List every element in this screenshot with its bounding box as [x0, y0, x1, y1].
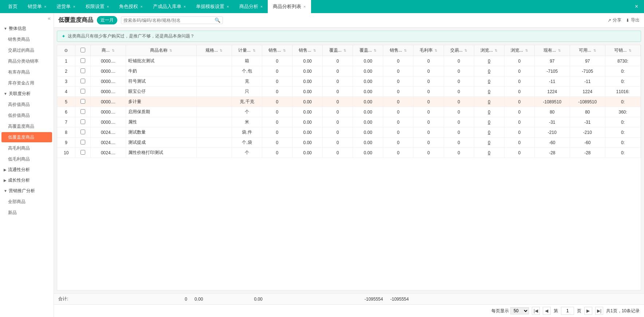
cell-browse1[interactable]: 0	[474, 56, 504, 66]
cell-browse1[interactable]: 0	[474, 107, 504, 117]
cell-check[interactable]	[75, 148, 91, 158]
row-checkbox[interactable]	[80, 99, 85, 104]
th-sellable[interactable]: 可销... ⇅	[605, 45, 640, 56]
cell-name[interactable]: 旺铺批次测试	[126, 56, 196, 66]
tab-home[interactable]: 首页	[3, 0, 23, 13]
first-page-button[interactable]: |◀	[532, 307, 540, 315]
cell-browse1[interactable]: 0	[474, 87, 504, 97]
cell-check[interactable]	[75, 127, 91, 138]
th-browse2[interactable]: 浏览... ⇅	[504, 45, 534, 56]
per-page-select[interactable]: 50 20 100 200	[510, 307, 529, 314]
th-avail[interactable]: 可用... ⇅	[570, 45, 605, 56]
sidebar-item-high-margin[interactable]: 高毛利商品	[0, 143, 54, 154]
th-cover1[interactable]: 覆盖... ⇅	[323, 45, 353, 56]
cell-check[interactable]	[75, 56, 91, 66]
window-close-button[interactable]: ×	[632, 3, 641, 10]
sidebar-item-high-value[interactable]: 高价值商品	[0, 99, 54, 110]
cell-name[interactable]: 多计量	[126, 97, 196, 107]
tab-templates[interactable]: 单据模板设置 ×	[191, 0, 234, 13]
sidebar-group-marketing[interactable]: ▼ 营销推广分析	[0, 186, 54, 196]
sidebar-group-overall[interactable]: ▼ 整体信息	[0, 23, 54, 34]
tab-analysis[interactable]: 商品分析 ×	[234, 0, 268, 13]
prev-page-button[interactable]: ◀	[543, 307, 551, 315]
tab-templates-close[interactable]: ×	[227, 4, 229, 9]
cell-name[interactable]: 测试数量	[126, 127, 196, 138]
cell-name[interactable]: 符号测试	[126, 76, 196, 87]
tab-analysis-list[interactable]: 商品分析列表 ×	[268, 0, 311, 13]
th-trade[interactable]: 交易... ⇅	[444, 45, 474, 56]
cell-browse1[interactable]: 0	[474, 76, 504, 87]
sidebar-group-liquidity[interactable]: ▶ 流通性分析	[0, 165, 54, 175]
th-checkbox[interactable]	[75, 45, 91, 56]
cell-check[interactable]	[75, 87, 91, 97]
tab-sales[interactable]: 销货单 ×	[23, 0, 51, 13]
tab-products[interactable]: 产成品入库单 ×	[148, 0, 191, 13]
sidebar-item-inventory-fund[interactable]: 库存资金占用	[0, 78, 54, 88]
tab-permissions-close[interactable]: ×	[107, 4, 109, 9]
sidebar-item-high-coverage[interactable]: 高覆盖度商品	[0, 121, 54, 132]
row-checkbox[interactable]	[80, 89, 85, 94]
th-settings[interactable]: ⚙	[57, 45, 75, 56]
tab-permissions[interactable]: 权限设置 ×	[80, 0, 114, 13]
settings-icon[interactable]: ⚙	[64, 48, 68, 53]
page-number-input[interactable]	[561, 307, 574, 315]
cell-browse1[interactable]: 0	[474, 66, 504, 76]
th-cover2[interactable]: 覆盖... ⇅	[353, 45, 383, 56]
search-input[interactable]	[123, 18, 215, 23]
tab-analysis-close[interactable]: ×	[260, 4, 263, 9]
tab-roles-close[interactable]: ×	[140, 4, 142, 9]
cell-name[interactable]: 启用保质期	[126, 107, 196, 117]
sidebar-item-category-rate[interactable]: 商品分类动销率	[0, 56, 54, 67]
cell-check[interactable]	[75, 66, 91, 76]
cell-browse1[interactable]: 0	[474, 127, 504, 138]
cell-name[interactable]: 属性	[126, 117, 196, 127]
tab-purchase-close[interactable]: ×	[73, 4, 75, 9]
cell-browse1[interactable]: 0	[474, 138, 504, 148]
row-checkbox[interactable]	[80, 79, 85, 83]
cell-check[interactable]	[75, 107, 91, 117]
row-checkbox[interactable]	[80, 58, 85, 63]
cell-check[interactable]	[75, 97, 91, 107]
tab-purchase[interactable]: 进货单 ×	[51, 0, 80, 13]
th-name[interactable]: 商品名称 ⇅	[126, 45, 196, 56]
th-sale3[interactable]: 销售... ⇅	[383, 45, 413, 56]
sidebar-item-stock-goods[interactable]: 有库存商品	[0, 67, 54, 78]
sidebar-item-all-goods[interactable]: 全部商品	[0, 196, 54, 207]
tab-roles[interactable]: 角色授权 ×	[114, 0, 148, 13]
row-checkbox[interactable]	[80, 109, 85, 114]
cell-name[interactable]: 眼宝公仔	[126, 87, 196, 97]
cell-browse1[interactable]: 0	[474, 148, 504, 158]
cell-check[interactable]	[75, 117, 91, 127]
row-checkbox[interactable]	[80, 150, 85, 155]
filter-period-button[interactable]: 近一月	[97, 16, 117, 24]
sidebar-item-sales-goods[interactable]: 销售类商品	[0, 34, 54, 45]
row-checkbox[interactable]	[80, 68, 85, 73]
select-all-checkbox[interactable]	[80, 48, 85, 52]
cell-browse1[interactable]: 0	[474, 97, 504, 107]
th-current[interactable]: 现有... ⇅	[534, 45, 570, 56]
sidebar-collapse-button[interactable]: «	[0, 13, 54, 23]
th-sale2[interactable]: 销售... ⇅	[292, 45, 323, 56]
row-checkbox[interactable]	[80, 140, 85, 144]
sidebar-group-growth[interactable]: ▶ 成长性分析	[0, 175, 54, 186]
sidebar-item-traded-goods[interactable]: 交易过的商品	[0, 45, 54, 56]
next-page-button[interactable]: ▶	[584, 307, 592, 315]
cell-name[interactable]: 牛奶	[126, 66, 196, 76]
th-sale1[interactable]: 销售... ⇅	[262, 45, 292, 56]
row-checkbox[interactable]	[80, 130, 85, 134]
cell-name[interactable]: 属性价格打印测试	[126, 148, 196, 158]
th-unit[interactable]: 计量... ⇅	[232, 45, 262, 56]
share-button[interactable]: ↗ 分享	[608, 17, 621, 23]
export-button[interactable]: ⬇ 导出	[626, 17, 640, 23]
th-gross[interactable]: 毛利率 ⇅	[413, 45, 444, 56]
tab-products-close[interactable]: ×	[184, 4, 186, 9]
cell-name[interactable]: 测试提成	[126, 138, 196, 148]
cell-check[interactable]	[75, 76, 91, 87]
cell-check[interactable]	[75, 138, 91, 148]
sidebar-item-low-margin[interactable]: 低毛利商品	[0, 154, 54, 165]
th-code[interactable]: 商... ⇅	[90, 45, 126, 56]
sidebar-item-low-value[interactable]: 低价值商品	[0, 110, 54, 121]
sidebar-group-relevance[interactable]: ▼ 关联度分析	[0, 88, 54, 99]
tab-sales-close[interactable]: ×	[44, 4, 46, 9]
th-spec[interactable]: 规格... ⇅	[196, 45, 232, 56]
